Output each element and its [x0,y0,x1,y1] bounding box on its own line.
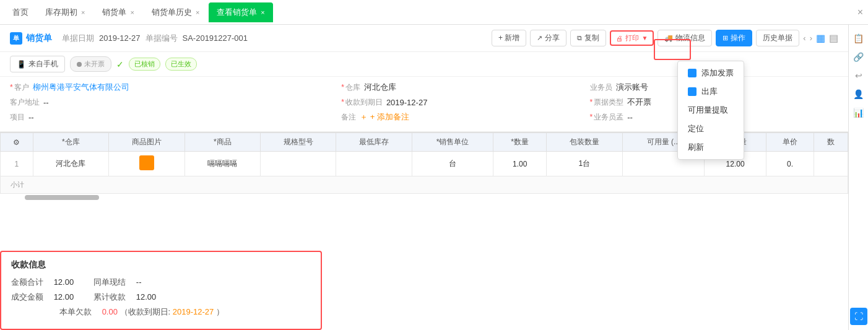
available-qty-label: 可用量提取 [688,105,728,116]
locate-label: 定位 [688,123,704,134]
num-value: SA-20191227-001 [183,33,248,43]
addr-field-group: 客户地址 -- [10,97,341,108]
tab-sales-order-close[interactable]: × [130,9,134,16]
operations-button[interactable]: ⊞ 操作 [716,30,752,46]
table-header-settings[interactable]: ⚙ [1,133,33,152]
tab-sales-history-label: 销货单历史 [152,7,192,18]
doc-type-icon: 单 [10,32,22,45]
from-mobile-button[interactable]: 📱 来自手机 [10,56,65,72]
project-field-group: 项目 -- [10,111,341,123]
tab-inventory-init-label: 库存期初 [45,7,77,18]
row-qty: 1.00 [493,152,547,176]
sales-staff-value: -- [627,113,633,122]
cumulative-payment-group: 累计收款 12.00 [93,292,156,303]
row-unit: 台 [412,152,493,176]
table-header-unit: *销售单位 [412,133,493,152]
grid-view-1-icon[interactable]: ▦ [816,32,825,44]
effective-badge: 已生效 [165,58,197,71]
addr-value: -- [43,98,49,107]
sidebar-icon-expand[interactable]: ⛶ [850,308,867,325]
print-dropdown-icon: ▼ [641,35,648,41]
logistics-icon: 🚚 [664,34,673,42]
tab-home[interactable]: 首页 [5,7,36,18]
deal-amount-group: 成交金额 12.00 [11,292,74,303]
tab-sales-history-close[interactable]: × [196,9,199,16]
warehouse-value: 河北仓库 [364,82,396,93]
copy-button[interactable]: ⧉ 复制 [570,30,606,46]
add-invoice-icon [688,69,697,77]
tab-view-sales-close[interactable]: × [261,9,264,16]
project-label: 项目 [10,112,25,123]
customer-label: 客户 [10,82,29,93]
owed-amount-group: 本单欠款 0.00 （收款到期日: 2019-12-27 ） [59,306,224,318]
same-order-settle-group: 同单现结 -- [93,277,141,288]
dropdown-item-outbound[interactable]: 出库 [678,82,744,101]
subtotal-row: 小计 [1,176,848,194]
same-order-settle-label: 同单现结 [93,277,126,287]
form-header: 单 销货单 单据日期 2019-12-27 单据编号 SA-20191227-0… [0,25,848,52]
grid-view-2-icon[interactable]: ▤ [829,32,838,44]
note-field-group: 备注 ＋ + 添加备注 [341,111,589,123]
payment-row-1: 金额合计 12.00 同单现结 -- [11,277,311,288]
sidebar-icon-link[interactable]: 🔗 [850,48,867,66]
row-img [109,152,184,176]
form-meta: 单据日期 2019-12-27 单据编号 SA-20191227-001 [62,33,248,44]
table-header-spec: 规格型号 [261,133,336,152]
tab-bar-close[interactable]: × [857,7,863,18]
table-scroll-bar[interactable] [25,195,99,200]
outbound-label: 出库 [701,86,718,97]
customer-field-group: 客户 柳州粤港平安气体有限公司 [10,82,341,93]
note-add-button[interactable]: ＋ + 添加备注 [360,111,409,123]
sales-staff-label: 业务员孟 [590,112,624,123]
row-pkg-qty: 1台 [547,152,622,176]
tab-sales-history[interactable]: 销货单历史 × [144,2,207,22]
operations-dropdown: 添加发票 出库 可用量提取 定位 刷新 [677,61,744,160]
payment-row-3: 本单欠款 0.00 （收款到期日: 2019-12-27 ） [11,306,311,318]
project-value: -- [28,113,34,122]
date-value: 2019-12-27 [99,33,141,43]
tab-inventory-init[interactable]: 库存期初 × [37,2,93,22]
owed-amount-value: 0.00 [94,307,118,316]
history-button[interactable]: 历史单据 [756,30,799,46]
doc-type-label: 销货单 [26,33,52,44]
dropdown-item-locate[interactable]: 定位 [678,119,744,138]
refresh-label: 刷新 [688,142,704,153]
customer-value[interactable]: 柳州粤港平安气体有限公司 [33,82,129,93]
plus-icon: ＋ [360,112,368,121]
sidebar-icon-undo[interactable]: ↩ [850,67,867,84]
amount-total-label: 金额合计 [11,277,43,287]
sidebar-icon-chart[interactable]: 📊 [850,104,867,121]
nav-next-icon[interactable]: › [810,33,812,43]
table-header-unit-price: 单价 [766,133,814,152]
payment-date-field-group: 收款到期日 2019-12-27 [341,97,589,108]
add-button[interactable]: + 新增 [492,30,526,46]
warehouse-label: 仓库 [341,82,360,93]
table-header-min-stock: 最低库存 [336,133,412,152]
owed-amount-note: （收款到期日: [120,307,173,316]
amount-total-value: 12.00 [46,277,74,287]
print-button[interactable]: 🖨 打印 ▼ [610,30,654,46]
tab-bar: 首页 库存期初 × 销货单 × 销货单历史 × 查看销货单 × × [0,0,868,25]
tab-inventory-init-close[interactable]: × [81,9,85,16]
payment-row-2: 成交金额 12.00 累计收款 12.00 [11,292,311,303]
dropdown-item-refresh[interactable]: 刷新 [678,138,744,157]
print-icon: 🖨 [616,35,623,42]
cumulative-payment-label: 累计收款 [93,292,126,302]
checked-badge: 已核销 [129,58,160,71]
tab-sales-order[interactable]: 销货单 × [94,2,142,22]
table-header-pkg-qty: 包装数量 [547,133,622,152]
logistics-button[interactable]: 🚚 物流信息 [658,30,712,46]
share-button[interactable]: ↗ 分享 [530,30,566,46]
tab-view-sales[interactable]: 查看销货单 × [209,2,272,22]
row-warehouse: 河北仓库 [33,152,108,176]
sidebar-icon-user[interactable]: 👤 [850,85,867,103]
dropdown-item-available-qty[interactable]: 可用量提取 [678,101,744,119]
add-invoice-label: 添加发票 [701,67,734,79]
nav-prev-icon[interactable]: ‹ [803,33,805,43]
subtotal-label: 小计 [1,176,848,194]
table-header-product: *商品 [184,133,260,152]
dropdown-item-add-invoice[interactable]: 添加发票 [678,64,744,82]
deal-amount-label: 成交金额 [11,292,43,302]
sidebar-icon-clipboard[interactable]: 📋 [850,30,867,47]
not-open-ticket-button[interactable]: 未开票 [70,56,111,72]
